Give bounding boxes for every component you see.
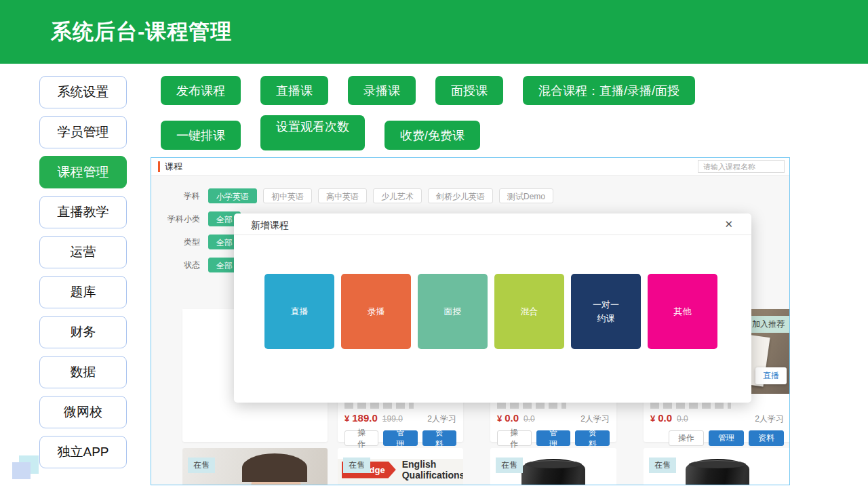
offline-course-button[interactable]: 面授课 — [435, 76, 503, 105]
course-title-truncated — [497, 403, 566, 409]
one-click-schedule-button[interactable]: 一键排课 — [161, 121, 241, 150]
onsale-badge: 在售 — [188, 458, 215, 473]
live-course-button[interactable]: 直播课 — [260, 76, 328, 105]
panel-header: 课程 — [151, 158, 789, 176]
course-original-price: 0.0 — [677, 414, 688, 424]
filter-option-primary-english[interactable]: 小学英语 — [208, 188, 257, 203]
sidebar-item-live-teaching[interactable]: 直播教学 — [39, 196, 127, 228]
sidebar-item-course-management[interactable]: 课程管理 — [39, 156, 127, 188]
filter-row-subject: 学科 小学英语 初中英语 高中英语 少儿艺术 剑桥少儿英语 测试Demo — [151, 188, 559, 203]
add-course-modal: 新增课程 ✕ 直播 录播 面授 混合 一对一 约课 其他 — [234, 214, 751, 403]
course-type-one-on-one[interactable]: 一对一 约课 — [571, 274, 641, 349]
cambridge-text: English Qualifications — [402, 459, 463, 481]
course-type-live[interactable]: 直播 — [264, 274, 334, 349]
card-actions: 操作 管理 资料 — [497, 430, 610, 446]
student-count: 2人学习 — [755, 413, 784, 425]
sidebar-item-finance[interactable]: 财务 — [39, 316, 127, 348]
price-row: ¥ 0.0 0.0 2人学习 — [650, 412, 784, 425]
page-title: 系统后台-课程管理 — [51, 0, 232, 64]
course-type-mixed[interactable]: 混合 — [494, 274, 564, 349]
card-actions: 操作 管理 资料 — [344, 430, 456, 446]
feature-buttons-row1: 发布课程 直播课 录播课 面授课 混合课程：直播/录播/面授 — [161, 76, 695, 105]
filter-label: 状态 — [151, 260, 200, 271]
recommend-badge[interactable]: 加入推荐 — [746, 316, 790, 333]
panel-title: 课程 — [158, 161, 182, 172]
filter-row-subcategory: 学科小类 全部 — [151, 211, 247, 226]
filter-option-cambridge-kids[interactable]: 剑桥少儿英语 — [428, 188, 493, 203]
app-header: 系统后台-课程管理 — [0, 0, 868, 64]
filter-option-senior-english[interactable]: 高中英语 — [318, 188, 367, 203]
course-card[interactable]: bridge English Qualifications 在售 — [338, 448, 463, 485]
course-price: 189.0 — [352, 412, 378, 424]
course-type-cards: 直播 录播 面授 混合 一对一 约课 其他 — [264, 274, 717, 349]
sidebar-item-data[interactable]: 数据 — [39, 356, 127, 388]
modal-divider — [234, 235, 751, 235]
filter-label: 学科 — [151, 190, 200, 202]
price-row: ¥ 0.0 0.0 2人学习 — [497, 412, 610, 425]
course-image-lens-cap — [686, 459, 749, 485]
sidebar-item-student-management[interactable]: 学员管理 — [39, 116, 127, 148]
filter-option-test-demo[interactable]: 测试Demo — [499, 188, 553, 203]
filter-label: 学科小类 — [151, 214, 200, 225]
sidebar-item-system-settings[interactable]: 系统设置 — [39, 76, 127, 108]
manage-button[interactable]: 管理 — [536, 430, 571, 446]
sidebar-item-micro-school[interactable]: 微网校 — [39, 396, 127, 428]
student-count: 2人学习 — [427, 413, 456, 425]
sidebar-item-question-bank[interactable]: 题库 — [39, 276, 127, 308]
price-row: ¥ 189.0 199.0 2人学习 — [344, 412, 456, 425]
sidebar-item-standalone-app[interactable]: 独立APP — [39, 436, 127, 468]
filter-row-status: 状态 全部 — [151, 258, 247, 272]
modal-title: 新增课程 — [251, 220, 289, 232]
onsale-badge: 在售 — [343, 458, 370, 473]
live-type-badge: 直播 — [755, 367, 787, 384]
paid-free-course-button[interactable]: 收费/免费课 — [384, 121, 480, 150]
publish-course-button[interactable]: 发布课程 — [161, 76, 241, 105]
manage-button[interactable]: 管理 — [383, 430, 417, 446]
course-type-offline[interactable]: 面授 — [418, 274, 488, 349]
card-actions: 操作 管理 资料 — [650, 430, 784, 446]
currency-symbol: ¥ — [650, 413, 655, 424]
course-card[interactable]: 在售 — [182, 448, 328, 485]
operate-button[interactable]: 操作 — [669, 430, 704, 446]
recorded-course-button[interactable]: 录播课 — [348, 76, 416, 105]
course-price: 0.0 — [658, 412, 672, 424]
decorative-square-lavender — [12, 462, 31, 479]
operate-button[interactable]: 操作 — [497, 430, 532, 446]
course-original-price: 199.0 — [382, 414, 403, 424]
operate-button[interactable]: 操作 — [344, 430, 378, 446]
sidebar-item-operations[interactable]: 运营 — [39, 236, 127, 268]
close-icon[interactable]: ✕ — [724, 218, 733, 230]
currency-symbol: ¥ — [344, 413, 349, 424]
course-price: 0.0 — [505, 412, 519, 424]
course-type-recorded[interactable]: 录播 — [341, 274, 411, 349]
materials-button[interactable]: 资料 — [575, 430, 610, 446]
feature-buttons-row2: 一键排课 设置观看次数 收费/免费课 — [161, 121, 480, 150]
mixed-course-button[interactable]: 混合课程：直播/录播/面授 — [523, 76, 695, 105]
filter-option-junior-english[interactable]: 初中英语 — [263, 188, 312, 203]
onsale-badge: 在售 — [649, 458, 676, 473]
onsale-badge: 在售 — [496, 458, 523, 473]
filter-label: 类型 — [151, 237, 200, 248]
course-card[interactable]: 在售 — [644, 448, 790, 485]
set-view-count-button[interactable]: 设置观看次数 — [260, 115, 365, 150]
course-original-price: 0.0 — [524, 414, 535, 424]
filter-row-type: 类型 全部 — [151, 235, 247, 249]
course-card[interactable]: 在售 — [490, 448, 616, 485]
filter-option-kids-art[interactable]: 少儿艺术 — [373, 188, 422, 203]
course-image-lens-cap — [521, 459, 585, 485]
materials-button[interactable]: 资料 — [422, 430, 456, 446]
course-search-input[interactable] — [698, 160, 785, 173]
sidebar: 系统设置 学员管理 课程管理 直播教学 运营 题库 财务 数据 微网校 独立AP… — [39, 76, 127, 468]
materials-button[interactable]: 资料 — [749, 430, 784, 446]
currency-symbol: ¥ — [497, 413, 502, 424]
course-title-truncated — [650, 403, 731, 409]
student-count: 2人学习 — [580, 413, 610, 425]
course-type-other[interactable]: 其他 — [648, 274, 717, 349]
manage-button[interactable]: 管理 — [709, 430, 744, 446]
course-title-truncated — [344, 403, 414, 409]
